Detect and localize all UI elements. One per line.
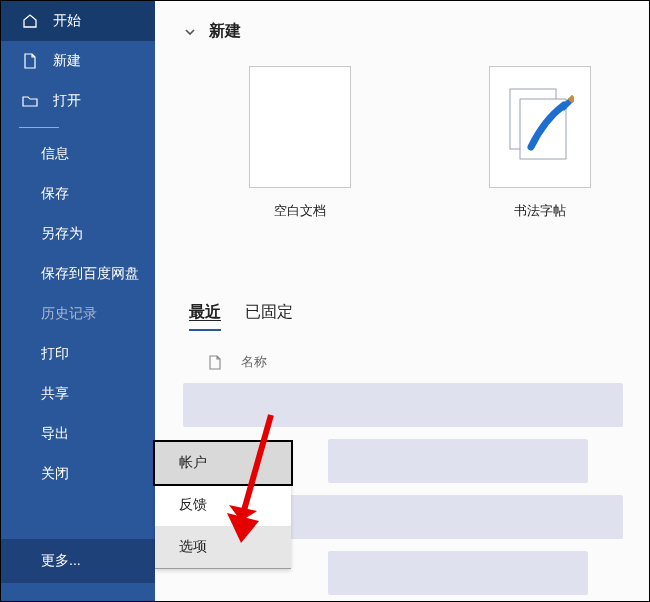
sidebar-item-start[interactable]: 开始 bbox=[1, 1, 155, 41]
document-icon bbox=[209, 355, 223, 370]
tab-pinned[interactable]: 已固定 bbox=[245, 302, 293, 331]
sidebar-item-label: 导出 bbox=[41, 425, 69, 443]
recent-list-header: 名称 bbox=[209, 353, 649, 371]
template-gallery: 空白文档 书法字帖 bbox=[245, 66, 649, 220]
sidebar-item-label: 打开 bbox=[53, 92, 81, 110]
sidebar-item-history[interactable]: 历史记录 bbox=[1, 294, 155, 334]
sidebar-item-more[interactable]: 更多... bbox=[1, 539, 155, 583]
sidebar-item-label: 历史记录 bbox=[41, 305, 97, 323]
flyout-item-label: 选项 bbox=[179, 538, 207, 556]
folder-open-icon bbox=[21, 94, 39, 108]
chevron-down-icon bbox=[183, 25, 197, 39]
sidebar-item-label: 信息 bbox=[41, 145, 69, 163]
template-blank[interactable]: 空白文档 bbox=[245, 66, 355, 220]
sidebar-item-open[interactable]: 打开 bbox=[1, 81, 155, 121]
flyout-item-feedback[interactable]: 反馈 bbox=[155, 484, 291, 526]
template-caption: 空白文档 bbox=[274, 202, 326, 220]
template-thumbnail bbox=[249, 66, 351, 188]
document-icon bbox=[21, 53, 39, 69]
tab-recent[interactable]: 最近 bbox=[189, 302, 221, 331]
sidebar-item-label: 共享 bbox=[41, 385, 69, 403]
template-calligraphy[interactable]: 书法字帖 bbox=[485, 66, 595, 220]
section-title: 新建 bbox=[209, 21, 241, 42]
sidebar-item-save[interactable]: 保存 bbox=[1, 174, 155, 214]
sidebar-item-label: 保存 bbox=[41, 185, 69, 203]
sidebar-item-label: 关闭 bbox=[41, 465, 69, 483]
sidebar-item-label: 打印 bbox=[41, 345, 69, 363]
flyout-item-account[interactable]: 帐户 bbox=[155, 442, 291, 484]
section-new-header[interactable]: 新建 bbox=[183, 21, 649, 42]
sidebar-item-print[interactable]: 打印 bbox=[1, 334, 155, 374]
home-icon bbox=[21, 13, 39, 29]
recent-tabs: 最近 已固定 bbox=[189, 302, 649, 331]
calligraphy-icon bbox=[506, 85, 574, 169]
sidebar: 开始 新建 打开 信息 保存 另存为 保存到百度网盘 历史记录 打印 共享 导出… bbox=[1, 1, 155, 601]
sidebar-item-export[interactable]: 导出 bbox=[1, 414, 155, 454]
sidebar-item-label: 更多... bbox=[41, 552, 81, 570]
sidebar-item-new[interactable]: 新建 bbox=[1, 41, 155, 81]
sidebar-item-label: 新建 bbox=[53, 52, 81, 70]
sidebar-item-info[interactable]: 信息 bbox=[1, 134, 155, 174]
template-thumbnail bbox=[489, 66, 591, 188]
sidebar-item-label: 另存为 bbox=[41, 225, 83, 243]
template-caption: 书法字帖 bbox=[514, 202, 566, 220]
list-item[interactable] bbox=[328, 551, 588, 595]
more-flyout-menu: 帐户 反馈 选项 bbox=[155, 441, 291, 569]
column-name: 名称 bbox=[241, 353, 267, 371]
flyout-item-label: 帐户 bbox=[179, 454, 207, 472]
sidebar-item-share[interactable]: 共享 bbox=[1, 374, 155, 414]
sidebar-item-label: 开始 bbox=[53, 12, 81, 30]
flyout-item-label: 反馈 bbox=[179, 496, 207, 514]
sidebar-item-save-baidu[interactable]: 保存到百度网盘 bbox=[1, 254, 155, 294]
sidebar-item-save-as[interactable]: 另存为 bbox=[1, 214, 155, 254]
sidebar-divider bbox=[19, 127, 59, 128]
sidebar-item-label: 保存到百度网盘 bbox=[41, 265, 139, 283]
list-item[interactable] bbox=[183, 383, 623, 427]
list-item[interactable] bbox=[328, 439, 588, 483]
flyout-item-options[interactable]: 选项 bbox=[155, 526, 291, 568]
sidebar-item-close[interactable]: 关闭 bbox=[1, 454, 155, 494]
